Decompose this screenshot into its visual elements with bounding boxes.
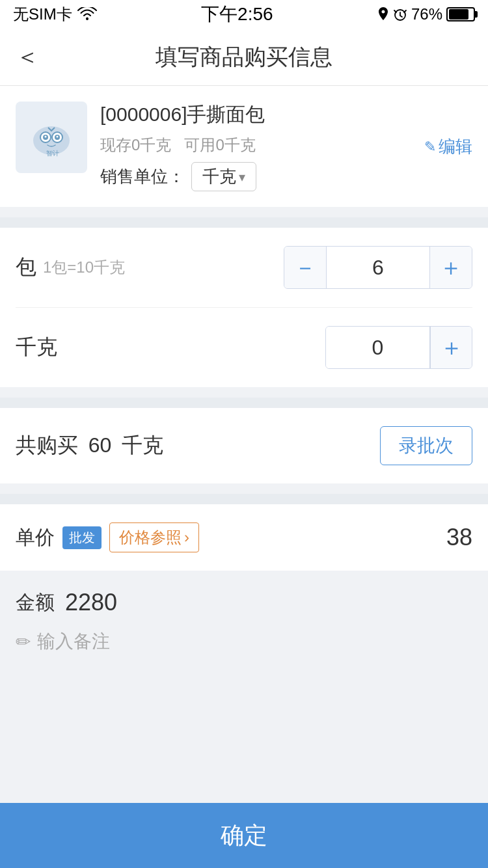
package-hint: 1包=10千克 [43, 257, 125, 278]
unit-select[interactable]: 千克 ▾ [191, 162, 256, 191]
carrier-text: 无SIM卡 [13, 4, 72, 25]
price-section: 单价 批发 价格参照 › 38 [0, 504, 488, 571]
quantity-input-section: 包 1包=10千克 － ＋ 千克 ＋ [0, 228, 488, 387]
product-stock: 现存0千克 可用0千克 [100, 135, 472, 156]
status-right: 76% [377, 5, 475, 23]
back-button[interactable]: ＜ [16, 41, 39, 73]
package-minus-button[interactable]: － [284, 247, 326, 288]
status-time: 下午2:56 [201, 2, 273, 27]
kg-label: 千克 [16, 333, 57, 362]
edit-icon: ✎ [424, 138, 436, 155]
svg-text:智计: 智计 [46, 150, 59, 157]
price-left: 单价 批发 价格参照 › [16, 522, 199, 552]
package-stepper: － ＋ [284, 246, 472, 289]
main-content: 智计 [0000006]手撕面包 现存0千克 可用0千克 销售单位： 千克 ▾ … [0, 86, 488, 868]
svg-point-7 [45, 136, 47, 138]
batch-tag: 批发 [62, 526, 102, 549]
package-label: 包 [16, 253, 36, 282]
price-ref-button[interactable]: 价格参照 › [109, 522, 199, 552]
total-label: 共购买 60 千克 [16, 431, 163, 460]
product-thumbnail: 智计 [16, 102, 87, 173]
alarm-icon [393, 7, 407, 21]
price-label: 单价 [16, 524, 55, 551]
package-input[interactable] [326, 247, 430, 288]
package-row: 包 1包=10千克 － ＋ [16, 228, 472, 308]
package-label-group: 包 1包=10千克 [16, 253, 125, 282]
total-row: 共购买 60 千克 录批次 [0, 408, 488, 483]
kg-stepper: ＋ [325, 326, 472, 369]
package-plus-button[interactable]: ＋ [430, 247, 472, 288]
status-left: 无SIM卡 [13, 4, 97, 25]
product-unit-row: 销售单位： 千克 ▾ [100, 162, 472, 191]
confirm-button[interactable]: 确定 [0, 803, 488, 868]
amount-section: 金额 2280 ✏ 输入备注 [0, 571, 488, 664]
price-value: 38 [446, 524, 472, 551]
page-title: 填写商品购买信息 [156, 42, 332, 72]
product-card: 智计 [0000006]手撕面包 现存0千克 可用0千克 销售单位： 千克 ▾ … [0, 86, 488, 207]
kg-row: 千克 ＋ [16, 308, 472, 387]
section-divider-2 [0, 398, 488, 408]
amount-label: 金额 [16, 590, 55, 616]
price-row: 单价 批发 价格参照 › 38 [16, 522, 472, 552]
status-bar: 无SIM卡 下午2:56 76% [0, 0, 488, 29]
record-batch-button[interactable]: 录批次 [380, 426, 472, 465]
battery-icon [446, 7, 475, 21]
confirm-button-label: 确定 [221, 820, 267, 852]
edit-button[interactable]: ✎ 编辑 [424, 135, 472, 158]
section-divider-3 [0, 494, 488, 504]
kg-plus-button[interactable]: ＋ [430, 327, 472, 368]
product-info: [0000006]手撕面包 现存0千克 可用0千克 销售单位： 千克 ▾ [100, 102, 472, 191]
product-name: [0000006]手撕面包 [100, 102, 472, 128]
svg-point-8 [57, 136, 59, 138]
wifi-icon [77, 7, 97, 21]
notes-row[interactable]: ✏ 输入备注 [16, 629, 472, 654]
amount-row: 金额 2280 [16, 589, 472, 616]
chevron-down-icon: ▾ [239, 169, 245, 185]
amount-value: 2280 [65, 589, 117, 616]
location-icon [377, 7, 389, 21]
total-amount: 60 [88, 433, 112, 457]
svg-point-0 [86, 18, 88, 20]
pencil-icon: ✏ [16, 631, 31, 653]
kg-input[interactable] [326, 327, 430, 368]
notes-placeholder: 输入备注 [37, 629, 110, 654]
kg-label-group: 千克 [16, 333, 57, 362]
nav-bar: ＜ 填写商品购买信息 [0, 29, 488, 86]
battery-percent: 76% [411, 5, 442, 23]
section-divider-1 [0, 217, 488, 228]
product-image: 智计 [29, 118, 74, 157]
